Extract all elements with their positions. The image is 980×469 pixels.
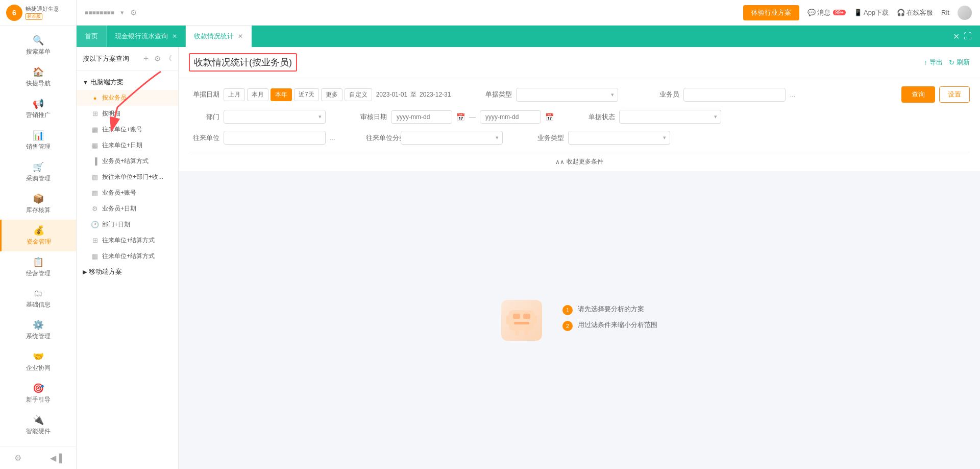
- sidebar-item-guide[interactable]: 🎯 新手引导: [0, 378, 76, 409]
- date-tab-more[interactable]: 更多: [321, 88, 342, 101]
- filter-partner-category-item: 往来单位分类: [366, 131, 503, 145]
- dropdown-arrow-icon[interactable]: ▾: [120, 9, 124, 16]
- set-btn[interactable]: 设置: [939, 86, 970, 103]
- scheme-item-unit-payment1[interactable]: ⊞ 往来单位+结算方式: [77, 232, 178, 248]
- filter-dept-item: 部门: [189, 110, 326, 124]
- tab-bank[interactable]: 现金银行流水查询 ✕: [107, 26, 186, 47]
- export-btn[interactable]: ↑ 导出: [924, 58, 943, 67]
- download-icon: 📱: [854, 9, 862, 16]
- page-content: 按以下方案查询 ＋ ⚙ 《 ▼ 电脑端方案: [77, 47, 980, 469]
- filter-row-1: 单据日期 上月 本月 本年 近7天 更多 自定义 2023-01-01: [189, 86, 970, 103]
- table4-icon: ▦: [91, 189, 99, 197]
- partner-category-label: 往来单位分类: [366, 133, 397, 143]
- scheme-item-unit-date[interactable]: ▦ 往来单位+日期: [77, 137, 178, 153]
- settings-header-icon[interactable]: ⚙: [130, 8, 137, 17]
- avatar[interactable]: [958, 6, 972, 20]
- empty-step-2: 2 用过滤条件来缩小分析范围: [562, 320, 657, 331]
- sidebar-item-system[interactable]: ⚙️ 系统管理: [0, 314, 76, 346]
- arrow-down-icon: ▼: [83, 79, 88, 85]
- sidebar-item-quicknav[interactable]: 🏠 快捷导航: [0, 61, 76, 93]
- trial-btn[interactable]: 体验行业方案: [743, 5, 799, 20]
- nav-label: 智能硬件: [26, 427, 51, 436]
- refresh-btn[interactable]: ↻ 刷新: [949, 58, 970, 67]
- collapse-panel-icon[interactable]: 《: [165, 54, 172, 63]
- sidebar-item-basic[interactable]: 🗂 基础信息: [0, 283, 76, 314]
- sidebar-item-operations[interactable]: 📋 经营管理: [0, 251, 76, 283]
- page-title: 收款情况统计(按业务员): [189, 53, 297, 72]
- date-tab-this-year[interactable]: 本年: [271, 88, 292, 101]
- partner-category-select[interactable]: [401, 131, 503, 145]
- app-download-btn[interactable]: 📱 App下载: [854, 8, 889, 17]
- doc-type-select[interactable]: [516, 88, 618, 102]
- scheme-list: ▼ 电脑端方案 ● 按业务员 ⊞ 按明细 ▦ 往: [77, 71, 178, 469]
- scheme-group-desktop-header[interactable]: ▼ 电脑端方案: [77, 75, 178, 90]
- calendar-from-icon[interactable]: 📅: [456, 113, 465, 121]
- refresh-icon: ↻: [949, 59, 954, 66]
- add-scheme-icon[interactable]: ＋: [142, 53, 150, 64]
- scheme-item-dept-date[interactable]: 🕐 部门+日期: [77, 217, 178, 232]
- right-content: 收款情况统计(按业务员) ↑ 导出 ↻ 刷新: [179, 47, 980, 469]
- salesperson-more-btn[interactable]: ...: [790, 91, 795, 99]
- user-name[interactable]: Rit: [941, 9, 949, 16]
- scheme-item-salesperson-payment[interactable]: ▐ 业务员+结算方式: [77, 153, 178, 169]
- partner-input[interactable]: [224, 131, 326, 145]
- tab-expand-icon[interactable]: ⛶: [964, 32, 972, 41]
- dept-label: 部门: [189, 112, 219, 122]
- collapse-icon[interactable]: ◀▐: [50, 453, 62, 463]
- date-tab-last-month[interactable]: 上月: [224, 88, 245, 101]
- top-header: ■■■■■■■■ ▾ ⚙ 体验行业方案 💬 消息 99+ 📱 App下载: [77, 0, 980, 26]
- grid-icon: ⊞: [91, 110, 99, 118]
- svg-rect-4: [506, 315, 509, 324]
- audit-from-input[interactable]: [391, 110, 452, 124]
- scheme-item-salesperson-date[interactable]: ⚙ 业务员+日期: [77, 201, 178, 217]
- nav-label: 系统管理: [26, 332, 51, 341]
- header-left: ■■■■■■■■ ▾ ⚙: [85, 8, 137, 17]
- partner-more-btn[interactable]: ...: [330, 134, 335, 142]
- tab-bank-close[interactable]: ✕: [172, 33, 177, 40]
- scheme-item-unit-account[interactable]: ▦ 往来单位+账号: [77, 122, 178, 137]
- sidebar-item-hardware[interactable]: 🔌 智能硬件: [0, 409, 76, 441]
- tab-home[interactable]: 首页: [77, 26, 107, 47]
- sidebar-item-sales[interactable]: 📊 销售管理: [0, 125, 76, 156]
- scheme-group-mobile-header[interactable]: ▶ 移动端方案: [77, 264, 178, 279]
- scheme-item-salesperson[interactable]: ● 按业务员: [77, 90, 178, 106]
- sidebar-item-enterprise[interactable]: 🤝 企业协同: [0, 346, 76, 378]
- scheme-item-unit-payment2[interactable]: ▦ 往来单位+结算方式: [77, 248, 178, 264]
- doc-status-select[interactable]: [619, 110, 721, 124]
- calendar-to-icon[interactable]: 📅: [545, 113, 554, 121]
- online-service-btn[interactable]: 🎧 在线客服: [897, 8, 933, 17]
- collapse-bar[interactable]: ∧∧ 收起更多条件: [189, 152, 970, 171]
- date-tab-this-month[interactable]: 本月: [247, 88, 268, 101]
- biz-type-select[interactable]: [568, 131, 670, 145]
- message-btn[interactable]: 💬 消息 99+: [807, 8, 846, 17]
- dept-select[interactable]: [224, 110, 326, 124]
- sidebar-item-search[interactable]: 🔍 搜索菜单: [0, 30, 76, 61]
- settings-icon[interactable]: ⚙: [14, 453, 21, 463]
- filter-salesperson-item: 业务员 ...: [649, 88, 795, 102]
- date-tab-7days[interactable]: 近7天: [294, 88, 319, 101]
- salesperson-input[interactable]: [683, 88, 786, 102]
- nav-label: 营销推广: [26, 111, 51, 120]
- enterprise-icon: 🤝: [33, 351, 44, 362]
- scheme-settings-icon[interactable]: ⚙: [154, 54, 161, 63]
- filter-date-item: 单据日期 上月 本月 本年 近7天 更多 自定义 2023-01-01: [189, 88, 451, 101]
- sidebar-item-wechat[interactable]: 💬 企业微信: [0, 441, 76, 447]
- scheme-item-salesperson-account[interactable]: ▦ 业务员+账号: [77, 185, 178, 201]
- filter-area: 单据日期 上月 本月 本年 近7天 更多 自定义 2023-01-01: [179, 78, 980, 171]
- sidebar-item-purchase[interactable]: 🛒 采购管理: [0, 156, 76, 188]
- sidebar-item-finance[interactable]: 💰 资金管理: [0, 220, 76, 251]
- tab-receipt[interactable]: 收款情况统计 ✕: [186, 26, 252, 47]
- wechat-icon: 💬: [33, 446, 44, 447]
- scheme-item-detail[interactable]: ⊞ 按明细: [77, 106, 178, 122]
- tab-close-all-icon[interactable]: ✕: [953, 32, 960, 41]
- headset-icon: 🎧: [897, 9, 905, 16]
- audit-to-input[interactable]: [480, 110, 541, 124]
- scheme-item-unit-dept[interactable]: ▦ 按往来单位+部门+收...: [77, 169, 178, 185]
- logo-icon: 6: [6, 5, 22, 21]
- date-tab-custom[interactable]: 自定义: [345, 88, 372, 101]
- date-range: 2023-01-01 至 2023-12-31: [376, 90, 451, 99]
- sidebar-item-inventory[interactable]: 📦 库存核算: [0, 188, 76, 220]
- tab-receipt-close[interactable]: ✕: [238, 33, 243, 40]
- query-btn[interactable]: 查询: [901, 86, 935, 103]
- sidebar-item-marketing[interactable]: 📢 营销推广: [0, 93, 76, 125]
